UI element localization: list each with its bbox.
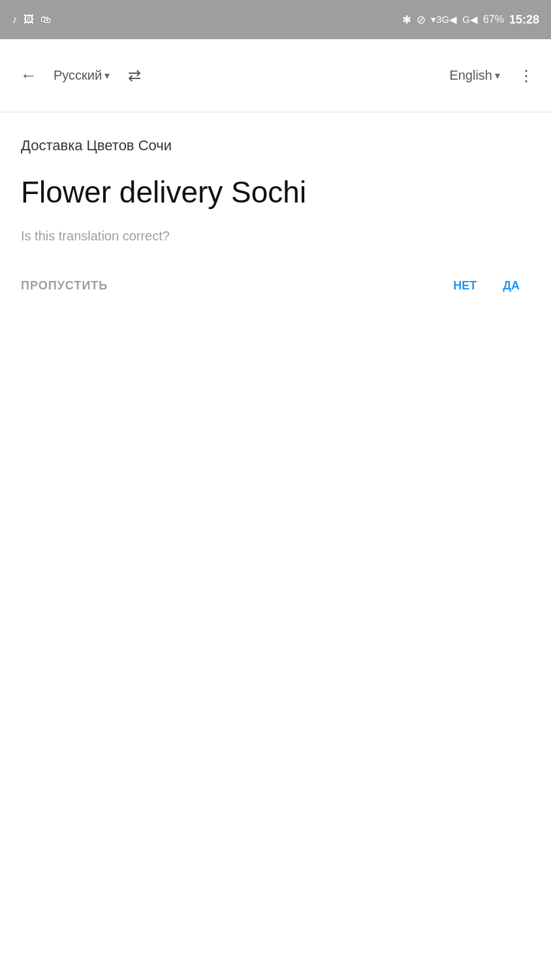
- music-icon: ♪: [12, 14, 17, 25]
- toolbar-right: English ▾ ⋮: [153, 61, 541, 90]
- signal-g-icon: G◀: [462, 14, 478, 25]
- time-text: 15:28: [509, 13, 539, 27]
- main-content: Доставка Цветов Сочи Flower delivery Soc…: [0, 112, 551, 325]
- status-bar-right: ✱ ⊘ ▾3G◀ G◀ 67% 15:28: [402, 13, 539, 27]
- back-arrow-icon: ←: [20, 65, 37, 86]
- battery-text: 67%: [483, 14, 504, 25]
- no-button[interactable]: НЕТ: [437, 274, 492, 298]
- action-row: ПРОПУСТИТЬ НЕТ ДА: [21, 267, 530, 304]
- source-text: Доставка Цветов Сочи: [21, 136, 530, 156]
- source-language-selector[interactable]: Русский ▾: [47, 63, 116, 88]
- blocked-icon: ⊘: [417, 13, 426, 27]
- source-language-label: Русский: [54, 68, 102, 83]
- status-bar-left: ♪ 🖼 🛍: [12, 14, 51, 25]
- swap-icon: ⇄: [128, 67, 141, 85]
- toolbar: ← Русский ▾ ⇄ English ▾ ⋮: [0, 39, 551, 112]
- status-bar: ♪ 🖼 🛍 ✱ ⊘ ▾3G◀ G◀ 67% 15:28: [0, 0, 551, 39]
- target-language-selector[interactable]: English ▾: [443, 63, 507, 88]
- more-icon: ⋮: [518, 67, 535, 85]
- source-lang-dropdown-icon: ▾: [104, 69, 110, 82]
- swap-languages-button[interactable]: ⇄: [116, 57, 153, 94]
- skip-button[interactable]: ПРОПУСТИТЬ: [21, 274, 437, 298]
- yes-button[interactable]: ДА: [492, 274, 530, 298]
- back-button[interactable]: ←: [10, 57, 47, 94]
- bag-icon: 🛍: [40, 14, 51, 25]
- target-lang-dropdown-icon: ▾: [495, 69, 500, 82]
- bluetooth-icon: ✱: [402, 13, 411, 27]
- more-options-button[interactable]: ⋮: [512, 61, 541, 90]
- correction-question: Is this translation correct?: [21, 229, 530, 244]
- image-icon: 🖼: [24, 14, 34, 25]
- target-language-label: English: [449, 68, 492, 83]
- translated-text: Flower delivery Sochi: [21, 174, 530, 210]
- signal-3g-icon: ▾3G◀: [431, 14, 457, 25]
